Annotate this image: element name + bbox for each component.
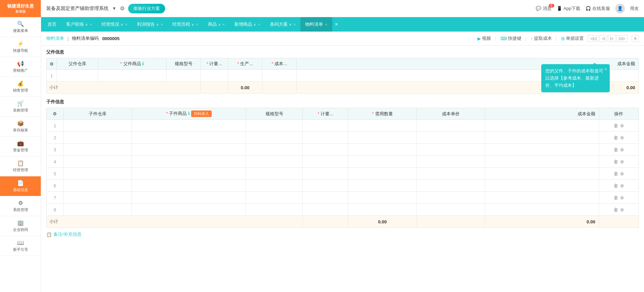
child-row-1-unit[interactable]: [303, 120, 348, 132]
child-row-4-spec[interactable]: [246, 156, 302, 168]
child-row-6-unit[interactable]: [303, 180, 348, 192]
parent-row-1-cost[interactable]: [262, 70, 297, 82]
tab-home[interactable]: 首页: [43, 17, 61, 32]
child-row-7-product[interactable]: [132, 192, 246, 204]
tab-new-products[interactable]: 新增商品 ∨ ×: [230, 17, 265, 32]
tab-products-close[interactable]: ×: [223, 22, 225, 26]
sidebar-item-marketing[interactable]: 📢 营销推广: [0, 57, 41, 77]
child-row-7-amount[interactable]: [485, 192, 599, 204]
child-row-1-unit-price[interactable]: [417, 120, 485, 132]
delete-icon-row-1[interactable]: 🗑: [614, 123, 618, 128]
copy-icon-row-7[interactable]: ⊕: [620, 195, 624, 200]
child-row-3-spec[interactable]: [246, 144, 302, 156]
tooltip-close-button[interactable]: ×: [604, 66, 607, 73]
copy-icon-row-4[interactable]: ⊕: [620, 159, 624, 164]
sidebar-item-sales[interactable]: 💰 销售管理: [0, 77, 41, 97]
child-row-4-unit[interactable]: [303, 156, 348, 168]
tab-history-close[interactable]: ×: [196, 22, 198, 26]
child-col-settings[interactable]: ⚙: [47, 108, 64, 120]
settings-button[interactable]: ⚙: [120, 5, 125, 12]
child-row-6-unit-price[interactable]: [417, 180, 485, 192]
child-row-7-quantity[interactable]: [348, 192, 417, 204]
child-row-8-spec[interactable]: [246, 204, 302, 216]
sidebar-item-basic-info[interactable]: 📄 基础信息: [0, 176, 41, 196]
bottom-section[interactable]: 📋 备注/补充信息: [41, 228, 644, 241]
delete-icon-row-5[interactable]: 🗑: [614, 171, 618, 176]
tab-barcode[interactable]: 条码方案 ∨ ×: [265, 17, 300, 32]
child-row-8-unit[interactable]: [303, 204, 348, 216]
tab-customers[interactable]: 客户联络 ∨ ×: [61, 17, 97, 32]
child-row-2-spec[interactable]: [246, 132, 302, 144]
parent-row-1-spec[interactable]: [166, 70, 201, 82]
sidebar-item-search[interactable]: 🔍 搜索菜单: [0, 17, 41, 37]
child-row-6-product[interactable]: [132, 180, 246, 192]
sidebar-item-guide[interactable]: 📖 新手引导: [0, 236, 41, 256]
sidebar-item-quick-nav[interactable]: ⚡ 快捷导航: [0, 37, 41, 57]
child-row-4-warehouse[interactable]: [63, 156, 132, 168]
child-row-7-spec[interactable]: [246, 192, 302, 204]
video-button[interactable]: ▶ 视频: [478, 35, 491, 42]
experience-button[interactable]: 体验行业方案: [128, 4, 165, 13]
child-row-1-warehouse[interactable]: [63, 120, 132, 132]
tab-barcode-close[interactable]: ×: [294, 22, 296, 26]
tab-bom[interactable]: 物料清单 ×: [300, 17, 332, 32]
child-row-3-quantity[interactable]: [348, 144, 417, 156]
delete-icon-row-2[interactable]: 🗑: [614, 135, 618, 140]
child-row-6-spec[interactable]: [246, 180, 302, 192]
child-row-8-quantity[interactable]: [348, 204, 417, 216]
copy-icon-row-3[interactable]: ⊕: [620, 147, 624, 152]
delete-icon-row-7[interactable]: 🗑: [614, 195, 618, 200]
extract-cost-button[interactable]: ↑ 提取成本: [531, 35, 552, 42]
single-settings-button[interactable]: ⊞ 单据设置: [561, 35, 584, 42]
child-row-3-amount[interactable]: [485, 144, 599, 156]
child-row-2-unit-price[interactable]: [417, 132, 485, 144]
child-row-5-product[interactable]: [132, 168, 246, 180]
tab-profit[interactable]: 利润报告 ∨ ×: [132, 17, 168, 32]
child-row-7-warehouse[interactable]: [63, 192, 132, 204]
copy-icon-row-6[interactable]: ⊕: [620, 183, 624, 188]
parent-row-1-production[interactable]: [228, 70, 262, 82]
child-row-1-spec[interactable]: [246, 120, 302, 132]
child-row-3-unit-price[interactable]: [417, 144, 485, 156]
child-row-4-quantity[interactable]: [348, 156, 417, 168]
child-row-2-quantity[interactable]: [348, 132, 417, 144]
copy-icon-row-2[interactable]: ⊕: [620, 135, 624, 140]
delete-icon-row-8[interactable]: 🗑: [614, 207, 618, 212]
tab-operations-close[interactable]: ×: [125, 22, 127, 26]
delete-icon-row-3[interactable]: 🗑: [614, 147, 618, 152]
child-row-8-product[interactable]: [132, 204, 246, 216]
copy-icon-row-8[interactable]: ⊕: [620, 207, 624, 212]
child-row-3-unit[interactable]: [303, 144, 348, 156]
sidebar-item-enterprise[interactable]: 🏢 企业协同: [0, 216, 41, 236]
parent-row-1-product[interactable]: [98, 70, 166, 82]
child-row-5-quantity[interactable]: [348, 168, 417, 180]
grid-view-button[interactable]: ≡: [632, 35, 639, 42]
child-row-2-amount[interactable]: [485, 132, 599, 144]
parent-row-1-unit[interactable]: [201, 70, 228, 82]
child-row-8-warehouse[interactable]: [63, 204, 132, 216]
copy-icon-row-1[interactable]: ⊕: [620, 123, 624, 128]
tab-profit-close[interactable]: ×: [161, 22, 163, 26]
child-row-8-unit-price[interactable]: [417, 204, 485, 216]
tab-operations[interactable]: 经营情况 ∨ ×: [97, 17, 132, 32]
sidebar-item-purchase[interactable]: 🛒 采购管理: [0, 97, 41, 117]
tab-history[interactable]: 经营历程 ∨ ×: [168, 17, 203, 32]
child-row-5-unit-price[interactable]: [417, 168, 485, 180]
page-last-button[interactable]: ▷▷: [617, 35, 628, 42]
breadcrumb[interactable]: 物料清单: [46, 35, 64, 42]
delete-icon-row-4[interactable]: 🗑: [614, 159, 618, 164]
app-download-button[interactable]: 📱 App下载: [557, 5, 580, 12]
page-next-button[interactable]: ▷: [608, 35, 616, 42]
child-row-5-spec[interactable]: [246, 168, 302, 180]
child-row-2-warehouse[interactable]: [63, 132, 132, 144]
child-row-2-product[interactable]: [132, 132, 246, 144]
copy-icon-row-5[interactable]: ⊕: [620, 171, 624, 176]
page-first-button[interactable]: ◁◁: [588, 35, 599, 42]
online-service-button[interactable]: 🎧 在线客服: [585, 5, 610, 12]
tab-new-products-close[interactable]: ×: [258, 22, 260, 26]
child-row-6-quantity[interactable]: [348, 180, 417, 192]
sidebar-item-system[interactable]: ⚙ 系统管理: [0, 196, 41, 216]
shortcut-button[interactable]: ⌨ 快捷键: [500, 35, 521, 42]
child-row-2-unit[interactable]: [303, 132, 348, 144]
notification-button[interactable]: 💬 消息 6: [536, 5, 552, 12]
